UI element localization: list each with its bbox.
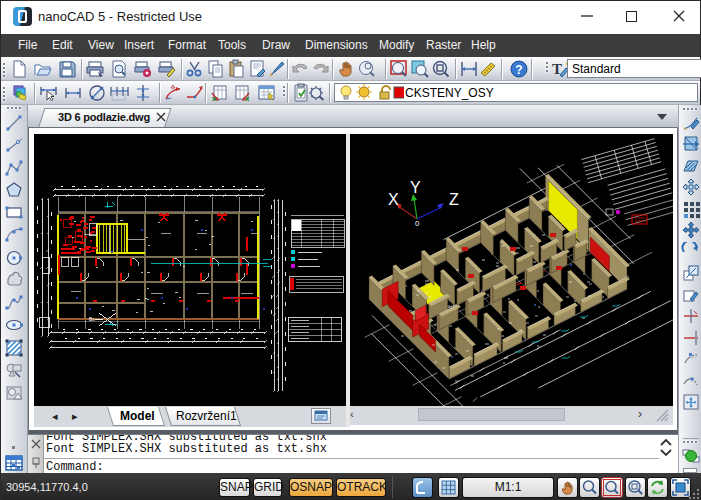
svg-text:?: ? <box>515 63 522 77</box>
svg-text:0: 0 <box>415 219 420 228</box>
svg-text:Y: Y <box>410 179 421 196</box>
svg-text:X: X <box>388 191 399 208</box>
svg-text:Bx: Bx <box>89 316 95 322</box>
svg-text:Z: Z <box>449 191 459 208</box>
svg-text:x: x <box>212 94 217 103</box>
svg-text:x: x <box>245 94 250 103</box>
